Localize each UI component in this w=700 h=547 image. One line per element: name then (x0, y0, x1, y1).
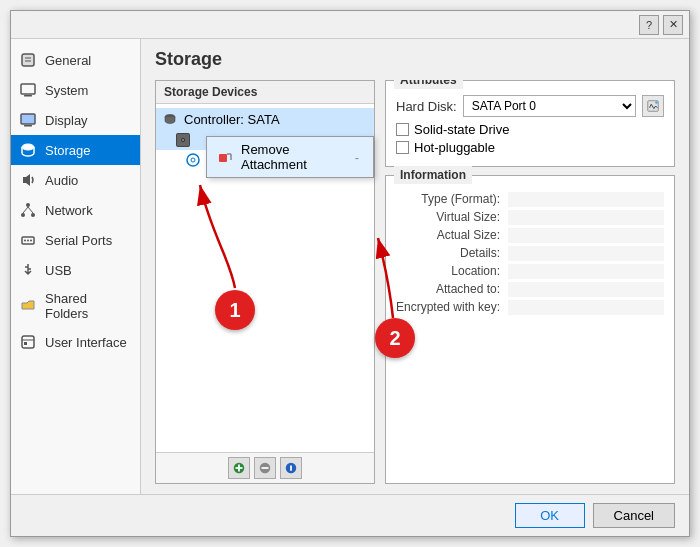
info-key: Actual Size: (396, 228, 500, 243)
hard-disk-row: Hard Disk: SATA Port 0 (396, 95, 664, 117)
sidebar-item-shared-folders[interactable]: Shared Folders (11, 285, 140, 327)
info-key: Virtual Size: (396, 210, 500, 225)
controller-sata-label: Controller: SATA (184, 112, 280, 127)
remove-attachment-menu-item[interactable]: Remove Attachment - (207, 137, 373, 177)
info-value (508, 282, 664, 297)
context-menu: Remove Attachment - (206, 136, 374, 178)
dialog-content: General System Display (11, 39, 689, 494)
info-key: Details: (396, 246, 500, 261)
sata-controller-icon (162, 111, 178, 127)
page-title: Storage (155, 49, 675, 70)
solid-state-checkbox[interactable] (396, 123, 409, 136)
info-value (508, 264, 664, 279)
add-device-button[interactable] (228, 457, 250, 479)
information-grid: Type (Format):Virtual Size:Actual Size:D… (396, 192, 664, 315)
hot-pluggable-row: Hot-pluggable (396, 140, 664, 155)
settings-device-button[interactable] (280, 457, 302, 479)
sidebar-item-usb[interactable]: USB (11, 255, 140, 285)
svg-rect-0 (22, 54, 34, 66)
help-button[interactable]: ? (639, 15, 659, 35)
network-icon (19, 201, 37, 219)
panels: Storage Devices Controller: SATA (155, 80, 675, 484)
context-menu-separator: - (355, 150, 363, 165)
svg-rect-4 (24, 95, 32, 97)
shared-folders-icon (19, 297, 37, 315)
svg-point-24 (182, 139, 184, 141)
sidebar-label-usb: USB (45, 263, 72, 278)
svg-rect-18 (22, 336, 34, 348)
optical-icon (186, 153, 200, 167)
device-list: Controller: SATA (156, 104, 374, 452)
hot-pluggable-label: Hot-pluggable (414, 140, 495, 155)
svg-point-16 (27, 240, 29, 242)
display-icon (19, 111, 37, 129)
info-key: Attached to: (396, 282, 500, 297)
sidebar-item-network[interactable]: Network (11, 195, 140, 225)
sidebar-label-general: General (45, 53, 91, 68)
attributes-column: Attributes Hard Disk: SATA Port 0 (385, 80, 675, 484)
disk-label (196, 133, 199, 147)
remove-attachment-icon (217, 149, 233, 165)
information-legend: Information (394, 166, 472, 184)
sidebar-item-system[interactable]: System (11, 75, 140, 105)
controller-sata-row[interactable]: Controller: SATA (156, 108, 374, 130)
audio-icon (19, 171, 37, 189)
svg-point-15 (24, 240, 26, 242)
hard-disk-label: Hard Disk: (396, 99, 457, 114)
sidebar-item-audio[interactable]: Audio (11, 165, 140, 195)
device-toolbar (156, 452, 374, 483)
svg-rect-25 (219, 154, 227, 162)
sidebar-item-display[interactable]: Display (11, 105, 140, 135)
ok-button[interactable]: OK (515, 503, 585, 528)
disk-icon (176, 133, 190, 147)
info-value (508, 192, 664, 207)
main-area: Storage Storage Devices Controller: SATA (141, 39, 689, 494)
svg-point-29 (191, 158, 195, 162)
svg-point-9 (26, 203, 30, 207)
title-bar-buttons: ? ✕ (639, 15, 683, 35)
sidebar-item-user-interface[interactable]: User Interface (11, 327, 140, 357)
hot-pluggable-checkbox[interactable] (396, 141, 409, 154)
svg-rect-6 (24, 125, 32, 127)
remove-attachment-label: Remove Attachment (241, 142, 347, 172)
storage-icon (19, 141, 37, 159)
svg-point-38 (655, 101, 658, 104)
sidebar-label-serial-ports: Serial Ports (45, 233, 112, 248)
svg-line-12 (23, 207, 28, 213)
close-button[interactable]: ✕ (663, 15, 683, 35)
serial-ports-icon (19, 231, 37, 249)
info-value (508, 210, 664, 225)
sidebar-label-user-interface: User Interface (45, 335, 127, 350)
svg-marker-8 (23, 174, 30, 186)
svg-point-17 (30, 240, 32, 242)
sidebar-item-storage[interactable]: Storage (11, 135, 140, 165)
attributes-legend: Attributes (394, 80, 463, 89)
usb-icon (19, 261, 37, 279)
storage-devices-legend: Storage Devices (156, 81, 374, 104)
svg-point-28 (187, 154, 199, 166)
info-value (508, 246, 664, 261)
dialog-footer: OK Cancel (11, 494, 689, 536)
solid-state-row: Solid-state Drive (396, 122, 664, 137)
sidebar-item-general[interactable]: General (11, 45, 140, 75)
svg-rect-20 (24, 342, 27, 345)
cancel-button[interactable]: Cancel (593, 503, 675, 528)
user-interface-icon (19, 333, 37, 351)
hard-disk-select[interactable]: SATA Port 0 (463, 95, 636, 117)
remove-device-button[interactable] (254, 457, 276, 479)
sidebar-item-serial-ports[interactable]: Serial Ports (11, 225, 140, 255)
sidebar-label-audio: Audio (45, 173, 78, 188)
sidebar-label-display: Display (45, 113, 88, 128)
info-value (508, 228, 664, 243)
info-key: Type (Format): (396, 192, 500, 207)
svg-rect-5 (21, 114, 35, 124)
svg-rect-3 (21, 84, 35, 94)
information-section: Information Type (Format):Virtual Size:A… (385, 175, 675, 484)
sidebar-label-shared-folders: Shared Folders (45, 291, 132, 321)
sidebar-label-system: System (45, 83, 88, 98)
info-value (508, 300, 664, 315)
info-key: Location: (396, 264, 500, 279)
svg-point-7 (22, 144, 34, 150)
disk-attach-button[interactable] (642, 95, 664, 117)
svg-point-10 (21, 213, 25, 217)
